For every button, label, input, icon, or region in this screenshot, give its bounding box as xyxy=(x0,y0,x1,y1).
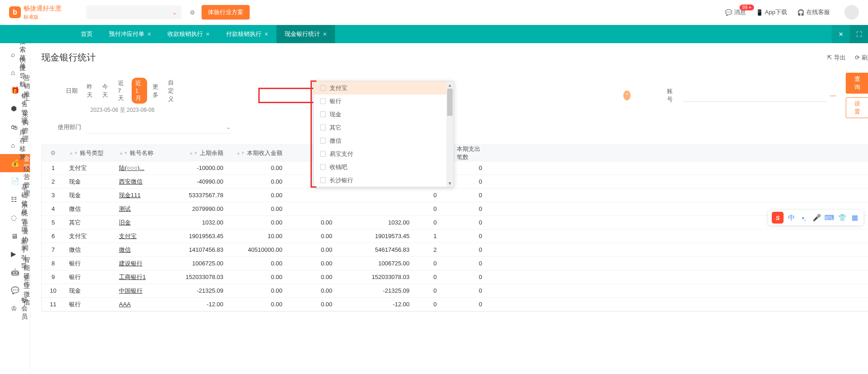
menu-icon: ⌂ xyxy=(11,141,15,149)
tab-预付冲应付单[interactable]: 预付冲应付单✕ xyxy=(101,25,159,43)
headset-icon: 🎧 xyxy=(797,9,804,16)
app-download-link[interactable]: 📱 App下载 xyxy=(756,8,787,16)
refresh-button[interactable]: ⟳ 刷新 xyxy=(855,54,868,62)
ime-toolbox-icon[interactable]: ▦ xyxy=(850,213,860,223)
dropdown-option[interactable]: 长沙银行 xyxy=(314,174,454,187)
search-button[interactable]: 查询 xyxy=(846,73,868,94)
date-label: 日期 xyxy=(59,87,78,95)
menu-icon: 🖥 xyxy=(11,232,18,240)
table-row: 5其它旧金1032.000.000.001032.0000 xyxy=(42,216,868,229)
highlight-marker xyxy=(311,80,316,188)
ime-skin-icon[interactable]: 👕 xyxy=(837,213,847,223)
plan-button[interactable]: 体验行业方案 xyxy=(202,5,250,20)
gear-icon[interactable]: ⚙ xyxy=(50,150,56,156)
tab-付款核销执行[interactable]: 付款核销执行✕ xyxy=(218,25,276,43)
dept-select[interactable]: ⌄ xyxy=(86,121,231,134)
data-table: ⚙ ▲▼账号类型 ▲▼账号名称 ▲▼上期余额 ▲▼本期收入金额 ▲▼笔数 ▲▼本… xyxy=(41,145,868,312)
checkbox[interactable] xyxy=(320,164,326,170)
dropdown-option[interactable]: 微信 xyxy=(314,134,454,147)
checkbox[interactable] xyxy=(320,125,326,130)
menu-icon: ♔ xyxy=(11,304,17,313)
account-label: 账号 xyxy=(667,87,678,104)
menu-icon: ⌕ xyxy=(11,50,15,58)
close-icon[interactable]: ✕ xyxy=(264,31,268,37)
date-opt-今天[interactable]: 今天 xyxy=(99,81,112,100)
account-name-link[interactable]: 中国银行 xyxy=(119,287,143,295)
header-right: 💬 消息 99 + 📱 App下载 🎧 在线客服 xyxy=(725,5,859,20)
date-opt-近1月[interactable]: 近1月 xyxy=(132,78,147,104)
table-row: 8银行建设银行1006725.000.000.001006725.0000 xyxy=(42,257,868,270)
dropdown-option[interactable]: 收钱吧 xyxy=(314,160,454,174)
account-name-link[interactable]: 工商银行1 xyxy=(119,273,146,281)
account-name-link[interactable]: AAA xyxy=(119,301,131,308)
table-row: 11银行AAA-12.000.000.00-12.0000 xyxy=(42,298,868,311)
dropdown-option[interactable]: 其它 xyxy=(314,121,454,134)
ime-lang[interactable]: 中 xyxy=(786,213,796,223)
scroll-thumb[interactable] xyxy=(447,89,453,116)
tab-收款核销执行[interactable]: 收款核销执行✕ xyxy=(159,25,218,43)
date-range: 2023-05-06 至 2023-06-06 xyxy=(90,106,181,114)
org-selector[interactable]: ⌄ xyxy=(86,5,182,19)
settings-button[interactable]: 设置 xyxy=(846,97,868,118)
gear-icon[interactable]: ⚙ xyxy=(190,9,195,16)
collapse-filters-icon[interactable]: ⌃ xyxy=(623,90,631,100)
checkbox[interactable] xyxy=(320,85,326,91)
date-opt-近7天[interactable]: 近7天 xyxy=(114,78,130,104)
ime-keyboard-icon[interactable]: ⌨ xyxy=(824,213,834,223)
avatar[interactable] xyxy=(844,5,859,20)
account-name-link[interactable]: 西安微信 xyxy=(119,178,143,186)
scroll-up-icon[interactable]: ▲ xyxy=(446,81,454,89)
fullscreen-icon[interactable]: ⛶ xyxy=(850,25,868,43)
brand-edition: 标准版 xyxy=(24,14,62,20)
table-row: 9银行工商银行1152033078.030.000.00152033078.03… xyxy=(42,270,868,284)
dropdown-option[interactable]: 支付宝 xyxy=(314,81,454,95)
account-name-link[interactable]: 建设银行 xyxy=(119,259,143,268)
date-opt-自定义[interactable]: 自定义 xyxy=(164,77,181,105)
menu-icon: 🤖 xyxy=(11,268,19,276)
account-name-link[interactable]: 测试 xyxy=(119,205,131,213)
tab-首页[interactable]: 首页 xyxy=(73,25,101,43)
checkbox[interactable] xyxy=(320,138,326,144)
date-options: 昨天今天近7天近1月更多自定义 xyxy=(83,77,181,105)
close-icon[interactable]: ✕ xyxy=(206,31,210,37)
chat-icon: 💬 xyxy=(725,9,732,16)
date-opt-昨天[interactable]: 昨天 xyxy=(83,81,97,100)
account-name-link[interactable]: 陆(○○○)... xyxy=(119,164,144,172)
account-name-link[interactable]: 现金111 xyxy=(119,191,141,199)
sidebar-item-畅会员[interactable]: ♔畅会员 xyxy=(0,299,30,318)
dropdown-option[interactable]: 银行 xyxy=(314,95,454,108)
ime-logo-icon[interactable]: S xyxy=(772,212,784,224)
account-name-link[interactable]: 旧金 xyxy=(119,219,131,227)
scrollbar[interactable]: ▲ ▼ xyxy=(446,81,454,187)
close-icon[interactable]: ✕ xyxy=(147,31,151,37)
export-button[interactable]: ⇱ 导出 xyxy=(827,54,846,62)
account-name-link[interactable]: 支付宝 xyxy=(119,232,137,240)
checkbox[interactable] xyxy=(320,111,326,117)
ime-punct-icon[interactable]: •, xyxy=(799,213,809,223)
tab-现金银行统计[interactable]: 现金银行统计✕ xyxy=(276,25,335,43)
account-name-link[interactable]: 微信 xyxy=(119,246,131,254)
dept-label: 使用部门 xyxy=(58,123,81,131)
messages-link[interactable]: 💬 消息 99 + xyxy=(725,8,746,16)
checkbox[interactable] xyxy=(320,177,326,183)
table-row: 3现金现金11153337567.780.0000 xyxy=(42,189,868,202)
ime-mic-icon[interactable]: 🎤 xyxy=(812,213,822,223)
checkbox[interactable] xyxy=(320,98,326,104)
filter-panel: 日期 昨天今天近7天近1月更多自定义 2023-05-06 至 2023-06-… xyxy=(41,70,868,138)
account-input[interactable] xyxy=(683,89,827,102)
menu-icon: ▶ xyxy=(11,250,16,258)
more-dots-icon[interactable]: ⋯ xyxy=(830,92,837,99)
table-row: 10现金中国银行-21325.090.000.00-21325.0900 xyxy=(42,284,868,298)
close-tab-icon[interactable]: ✕ xyxy=(832,25,850,43)
close-icon[interactable]: ✕ xyxy=(323,31,327,37)
tabs-bar: 首页预付冲应付单✕收款核销执行✕付款核销执行✕现金银行统计✕ ✕ ⛶ xyxy=(0,25,868,43)
dropdown-option[interactable]: 易宝支付 xyxy=(314,147,454,160)
org-placeholder xyxy=(91,8,97,16)
scroll-down-icon[interactable]: ▼ xyxy=(446,180,454,187)
table-row: 4微信测试2079990.000.0000 xyxy=(42,202,868,216)
dropdown-option[interactable]: 现金 xyxy=(314,108,454,121)
menu-icon: ⌂ xyxy=(11,68,15,76)
checkbox[interactable] xyxy=(320,151,326,157)
date-opt-更多[interactable]: 更多 xyxy=(149,81,163,100)
service-link[interactable]: 🎧 在线客服 xyxy=(797,8,830,16)
